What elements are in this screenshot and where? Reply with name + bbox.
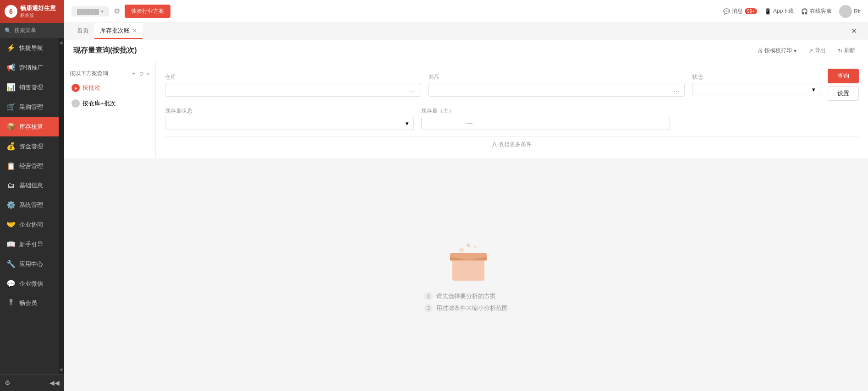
goods-label: 商品 [429,73,685,81]
sidebar-item-label: 快捷导航 [19,44,43,52]
filter-btn-group: 查询 设置 [828,69,859,101]
svg-rect-0 [452,258,484,281]
scroll-up-icon[interactable]: ▲ [59,39,64,45]
collapse-filter-btn[interactable]: ⋀ 收起更多条件 [165,136,859,152]
app-download-btn[interactable]: 📱 App下载 [764,7,794,15]
sidebar-item-quick-nav[interactable]: ⚡ 快捷导航 [0,38,59,58]
status-label: 状态 [692,73,820,81]
main-area: ▓▓▓▓▓▓ ▾ ⚙ 体验行业方案 💬 消息 99+ 📱 App下载 🎧 在线客… [64,0,868,391]
messages-badge: 99+ [745,8,757,14]
operations-icon: 📋 [6,162,16,170]
scheme-header-icons: ＋ ⊙ « [131,70,150,77]
sidebar-nav: ⚡ 快捷导航 📢 营销推广 📊 销售管理 🛒 采购管理 📦 库存核算 💰 [0,38,59,374]
breadcrumb: ▓▓▓▓▓▓ ▾ [71,6,109,16]
tab-home[interactable]: 首页 [71,23,94,39]
tab-home-label: 首页 [77,27,89,35]
tab-panel-close-icon[interactable]: ✕ [847,27,861,35]
tabbar: 首页 库存批次账 ✕ ✕ [64,23,868,39]
tip-1-num: 1 [424,292,433,300]
svg-point-3 [474,246,477,249]
export-btn[interactable]: ↗ 导出 [805,45,830,56]
sidebar-item-wechat[interactable]: 💬 企业微信 [0,274,59,293]
inv-qty-range: — [421,117,670,130]
goods-more-icon: … [673,86,680,93]
sidebar-item-member[interactable]: 🎖 畅会员 [0,293,59,313]
settings-btn[interactable]: 设置 [828,86,859,101]
sidebar-item-purchase[interactable]: 🛒 采购管理 [0,97,59,117]
scheme-item-warehouse-batch[interactable]: ○ 按仓库+批次 [64,96,155,111]
scheme-settings-icon[interactable]: ⊙ [139,71,144,77]
range-dash: — [467,120,472,127]
sidebar-item-guide[interactable]: 📖 新手引导 [0,234,59,254]
sidebar-item-system[interactable]: ⚙️ 系统管理 [0,195,59,215]
filter-group-goods: 商品 … [429,73,685,97]
member-icon: 🎖 [6,299,16,307]
message-icon: 💬 [723,8,730,15]
search-menu[interactable]: 🔍 搜索菜单 [0,23,64,38]
sidebar-item-inventory[interactable]: 📦 库存核算 [0,117,59,136]
sidebar-item-label: 采购管理 [19,103,43,111]
sidebar-footer: ⚙ ◀◀ [0,374,64,391]
sidebar-item-sales[interactable]: 📊 销售管理 [0,77,59,97]
sidebar-item-label: 基础信息 [19,181,43,190]
inv-qty-to[interactable] [476,120,513,127]
scroll-down-icon[interactable]: ▼ [59,367,64,373]
filter-group-inv-qty: 现存量（主） — [421,107,670,130]
collapse-sidebar-icon[interactable]: ◀◀ [49,379,60,386]
messages-label: 消息 [732,7,743,15]
scheme-inactive-icon: ○ [71,99,80,108]
print-btn[interactable]: 🖨 按模板打印 ▾ [753,45,800,56]
sidebar-item-operations[interactable]: 📋 经营管理 [0,156,59,176]
sidebar-item-label: 企业协同 [19,221,43,229]
collapse-icon: ⋀ [492,141,498,147]
scheme-item-batch[interactable]: ● 按批次 [64,80,155,96]
tab-close-icon[interactable]: ✕ [132,27,137,34]
sidebar-item-basic-info[interactable]: 🗂 基础信息 [0,176,59,195]
tab-inventory-batch[interactable]: 库存批次账 ✕ [94,23,143,39]
settings-icon[interactable]: ⚙ [5,379,11,386]
finance-icon: 💰 [6,142,16,151]
scheme-panel: 按以下方案查询 ＋ ⊙ « ● 按批次 ○ 按仓库+批次 [64,62,156,158]
app-center-icon: 🔧 [6,260,16,268]
sidebar-item-label: 系统管理 [19,201,43,209]
refresh-icon: ↻ [838,48,842,54]
online-service-btn[interactable]: 🎧 在线客服 [801,7,832,15]
scheme-collapse-icon[interactable]: « [147,71,150,77]
svg-point-2 [459,248,464,252]
purchase-icon: 🛒 [6,103,16,111]
sidebar-item-marketing[interactable]: 📢 营销推广 [0,58,59,77]
filter-area: 仓库 … 商品 … [156,62,868,158]
goods-input[interactable]: … [429,83,685,97]
messages-btn[interactable]: 💬 消息 99+ [723,7,757,15]
sidebar-item-enterprise[interactable]: 🤝 企业协同 [0,215,59,234]
warehouse-label: 仓库 [165,73,421,81]
sales-icon: 📊 [6,83,16,92]
inv-status-dropdown-icon: ▾ [406,120,409,127]
sidebar-item-app-center[interactable]: 🔧 应用中心 [0,254,59,274]
query-btn[interactable]: 查询 [828,69,859,83]
sidebar-item-finance[interactable]: 💰 资金管理 [0,136,59,156]
sidebar-item-label: 经营管理 [19,162,43,170]
topbar-right: 💬 消息 99+ 📱 App下载 🎧 在线客服 Rit [723,5,861,18]
sidebar-item-label: 营销推广 [19,64,43,72]
refresh-btn[interactable]: ↻ 刷新 [834,45,859,56]
app-name: 畅康通好生意 [20,4,56,12]
inv-qty-from[interactable] [426,120,463,127]
tip-1-text: 请先选择要分析的方案 [436,292,496,300]
gear-icon[interactable]: ⚙ [114,7,120,16]
experience-btn[interactable]: 体验行业方案 [125,5,170,18]
inv-status-select[interactable]: ▾ [165,117,414,130]
empty-svg [443,237,494,288]
sidebar-item-label: 畅会员 [19,299,37,307]
user-area[interactable]: Rit [839,5,861,18]
page-title: 现存量查询(按批次) [73,46,137,55]
svg-point-4 [467,244,470,247]
sidebar-nav-container: ⚡ 快捷导航 📢 营销推广 📊 销售管理 🛒 采购管理 📦 库存核算 💰 [0,38,64,374]
print-icon: 🖨 [757,48,763,54]
warehouse-input[interactable]: … [165,83,421,97]
download-icon: 📱 [764,8,771,15]
enterprise-icon: 🤝 [6,220,16,229]
add-scheme-icon[interactable]: ＋ [131,70,137,77]
status-select[interactable]: ▾ [692,83,820,96]
app-logo: 6 [5,5,17,18]
